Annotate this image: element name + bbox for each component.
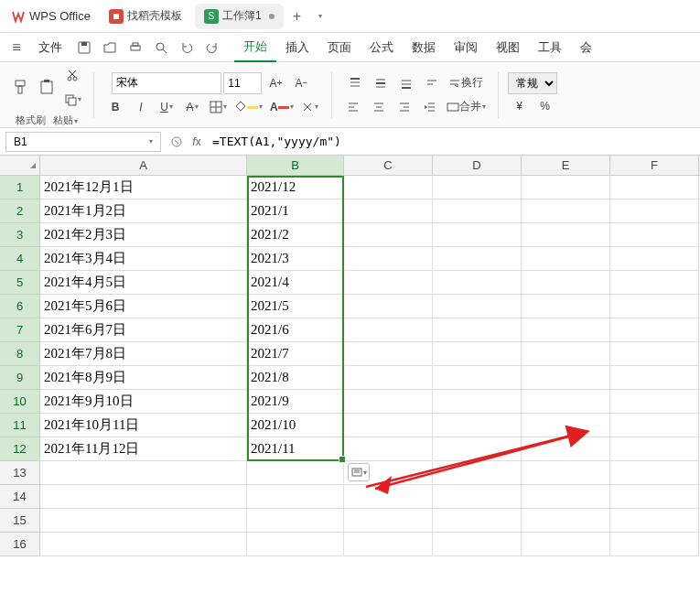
cancel-formula-button[interactable]: [167, 132, 187, 152]
align-right-button[interactable]: [393, 95, 416, 119]
cell[interactable]: [344, 509, 433, 533]
cell[interactable]: [433, 437, 522, 461]
cell[interactable]: [610, 461, 699, 485]
cell[interactable]: [433, 390, 522, 414]
indent-button[interactable]: [418, 95, 442, 119]
cell[interactable]: [433, 318, 522, 342]
cell[interactable]: [433, 223, 522, 247]
fill-color-button[interactable]: ▾: [232, 95, 265, 119]
cell[interactable]: [433, 342, 522, 366]
cell[interactable]: [610, 414, 699, 437]
cell[interactable]: 2021/7: [247, 342, 344, 366]
menu-view[interactable]: 视图: [487, 34, 529, 61]
cell[interactable]: [610, 509, 699, 533]
cell[interactable]: [610, 295, 699, 318]
print-icon[interactable]: [123, 35, 148, 60]
formula-input[interactable]: [207, 132, 700, 152]
cell[interactable]: [433, 366, 522, 390]
cell[interactable]: 2021年10月11日: [40, 414, 247, 437]
cell[interactable]: [522, 437, 610, 461]
cell[interactable]: [433, 461, 522, 485]
cell[interactable]: 2021/10: [247, 414, 344, 437]
hamburger-icon[interactable]: ≡: [4, 35, 29, 60]
cell[interactable]: [344, 533, 433, 556]
row-header[interactable]: 3: [0, 223, 40, 247]
cell[interactable]: [522, 533, 610, 556]
row-header[interactable]: 15: [0, 509, 40, 533]
tab-menu-button[interactable]: ▾: [308, 5, 332, 28]
name-box[interactable]: B1 ▾: [5, 132, 161, 152]
cell[interactable]: [344, 176, 433, 199]
cell[interactable]: [522, 271, 610, 295]
align-center-button[interactable]: [367, 95, 391, 119]
cell[interactable]: 2021年11月12日: [40, 437, 247, 461]
cell[interactable]: [247, 485, 344, 509]
cell[interactable]: [433, 295, 522, 318]
cell[interactable]: [522, 485, 610, 509]
row-header[interactable]: 16: [0, 533, 40, 556]
row-header[interactable]: 9: [0, 366, 40, 390]
cell[interactable]: 2021/1: [247, 199, 344, 223]
fx-button[interactable]: fx: [187, 132, 207, 152]
row-header[interactable]: 4: [0, 247, 40, 271]
row-header[interactable]: 5: [0, 271, 40, 295]
cell[interactable]: 2021年2月3日: [40, 223, 247, 247]
cell[interactable]: [344, 342, 433, 366]
align-middle-button[interactable]: [369, 71, 393, 95]
open-icon[interactable]: [97, 35, 123, 60]
cell[interactable]: 2021年6月7日: [40, 318, 247, 342]
cell[interactable]: 2021/12: [247, 176, 344, 199]
cell[interactable]: [40, 461, 247, 485]
col-header-E[interactable]: E: [522, 156, 610, 175]
copy-button[interactable]: ▾: [60, 88, 84, 112]
cell[interactable]: [522, 509, 610, 533]
wrap-text-button[interactable]: 换行: [446, 71, 486, 95]
new-tab-button[interactable]: +: [285, 5, 308, 28]
menu-start[interactable]: 开始: [234, 33, 276, 62]
menu-data[interactable]: 数据: [403, 34, 445, 61]
cell[interactable]: [40, 509, 247, 533]
cell[interactable]: [522, 199, 610, 223]
cell[interactable]: 2021/11: [247, 437, 344, 461]
cell[interactable]: 2021/6: [247, 318, 344, 342]
cell[interactable]: 2021/2: [247, 223, 344, 247]
row-header[interactable]: 2: [0, 199, 40, 223]
row-header[interactable]: 1: [0, 176, 40, 199]
cell[interactable]: [344, 414, 433, 437]
menu-formula[interactable]: 公式: [361, 34, 403, 61]
cell[interactable]: 2021年5月6日: [40, 295, 247, 318]
cell[interactable]: [610, 176, 699, 199]
menu-file[interactable]: 文件: [29, 34, 71, 61]
row-header[interactable]: 7: [0, 318, 40, 342]
cell[interactable]: [610, 271, 699, 295]
row-header[interactable]: 10: [0, 390, 40, 414]
cell[interactable]: [522, 176, 610, 199]
cell[interactable]: [522, 342, 610, 366]
cell[interactable]: [522, 247, 610, 271]
col-header-A[interactable]: A: [40, 156, 247, 175]
col-header-C[interactable]: C: [344, 156, 433, 175]
save-icon[interactable]: [71, 35, 97, 60]
font-name-select[interactable]: [112, 72, 221, 94]
merge-button[interactable]: 合并▾: [444, 95, 489, 119]
cell[interactable]: 2021年9月10日: [40, 390, 247, 414]
cell[interactable]: [40, 533, 247, 556]
number-format-select[interactable]: 常规: [508, 72, 557, 94]
cell[interactable]: [522, 223, 610, 247]
border-button[interactable]: ▾: [206, 95, 230, 119]
cell[interactable]: [344, 390, 433, 414]
cell[interactable]: [344, 318, 433, 342]
cell[interactable]: [522, 295, 610, 318]
cell[interactable]: [433, 176, 522, 199]
cell[interactable]: [610, 199, 699, 223]
underline-button[interactable]: U▾: [155, 95, 178, 119]
align-left-button[interactable]: [341, 95, 365, 119]
bold-button[interactable]: B: [103, 95, 127, 119]
cell[interactable]: [433, 509, 522, 533]
cell[interactable]: 2021/5: [247, 295, 344, 318]
cell[interactable]: [610, 366, 699, 390]
menu-insert[interactable]: 插入: [276, 34, 318, 61]
col-header-F[interactable]: F: [610, 156, 699, 175]
menu-member[interactable]: 会: [571, 34, 601, 61]
cell[interactable]: 2021年3月4日: [40, 247, 247, 271]
